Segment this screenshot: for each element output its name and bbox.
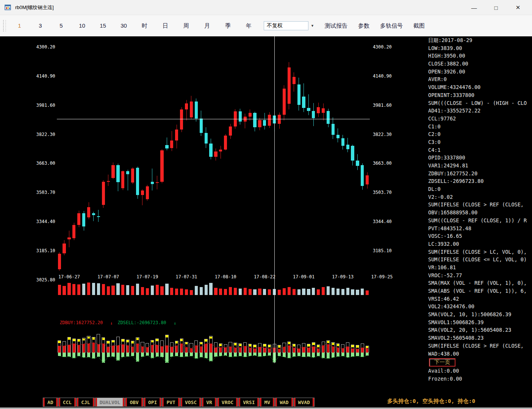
tab-opi[interactable]: OPI: [144, 398, 161, 406]
dualvol-yellow-cap: [151, 340, 153, 342]
title-bar: rb0M[螺纹钢主连] — □ ✕: [0, 0, 532, 15]
dualvol-down-bar: [58, 353, 61, 356]
dualvol-down-bar: [307, 353, 310, 357]
maximize-button[interactable]: □: [485, 0, 507, 15]
chart-canvas[interactable]: 4300.204300.204140.904140.903981.603981.…: [0, 36, 426, 409]
dualvol-red-fill: [127, 345, 129, 352]
tab-wad[interactable]: WAD: [275, 398, 293, 406]
chevron-down-icon[interactable]: ▼: [311, 24, 314, 28]
tab-ccl[interactable]: CCL: [59, 398, 76, 406]
toolbar-action-多轨信号[interactable]: 多轨信号: [380, 22, 403, 30]
dualvol-yellow-cap: [200, 342, 202, 344]
period-button-周[interactable]: 周: [176, 22, 197, 30]
period-button-年[interactable]: 年: [238, 22, 259, 30]
toolbar-action-参数[interactable]: 参数: [358, 22, 369, 30]
tab-obv[interactable]: OBV: [125, 398, 142, 406]
volume-bar: [293, 289, 296, 295]
period-button-季[interactable]: 季: [217, 22, 238, 30]
dualvol-yellow-cap: [180, 339, 183, 341]
info-line: SUM(IFELSE (CLOSE > REF (CLOSE,: [428, 342, 532, 350]
dualvol-down-bar: [263, 353, 266, 356]
minimize-button[interactable]: —: [463, 0, 485, 15]
candle-body: [131, 169, 134, 183]
info-line: SMA(ABS (VOL - REF (VOL, 1)), 6,: [428, 287, 532, 295]
toolbar-action-截图[interactable]: 截图: [413, 22, 425, 30]
dualvol-red-fill: [219, 348, 222, 353]
dualvol-red-fill: [322, 345, 324, 352]
dualvol-red-fill: [195, 345, 197, 353]
volume-bar: [92, 283, 95, 295]
period-button-时[interactable]: 时: [134, 22, 155, 30]
dualvol-red-fill: [224, 348, 227, 353]
candle-body: [332, 124, 335, 135]
next-page-button[interactable]: 下一页: [429, 358, 455, 367]
volume-bar: [341, 289, 344, 295]
dualvol-red-fill: [63, 346, 65, 352]
tab-mv[interactable]: MV: [260, 398, 274, 406]
period-button-3[interactable]: 3: [30, 22, 51, 30]
y-axis-labels: 4300.204300.204140.904140.903981.603981.…: [36, 44, 392, 283]
zdbuy-label: ZDBUY:1627752.20: [60, 320, 103, 325]
dualvol-yellow-cap: [356, 345, 358, 347]
toolbar-action-测试报告[interactable]: 测试报告: [325, 22, 347, 30]
tab-wvad[interactable]: WVAD: [294, 398, 314, 406]
dualvol-red-fill: [107, 347, 109, 353]
dualvol-green-line: [59, 356, 368, 363]
dualvol-red-fill: [307, 348, 310, 352]
info-line: V2:-0.02: [428, 193, 532, 201]
volume-bar: [268, 289, 271, 295]
tab-vroc[interactable]: VROC: [217, 398, 238, 406]
y-axis-label-left: 3344.40: [36, 219, 55, 224]
info-line: VOL2:4324476.00: [428, 303, 532, 311]
tab-ad[interactable]: AD: [43, 398, 58, 406]
dualvol-down-bar: [175, 353, 178, 356]
info-line: LOW:3839.00: [428, 44, 532, 52]
period-button-15[interactable]: 15: [92, 22, 113, 30]
dualvol-red-fill: [68, 345, 70, 353]
dualvol-red-fill: [302, 347, 305, 352]
candle-body: [77, 213, 80, 225]
tab-pvt[interactable]: PVT: [162, 398, 179, 406]
dualvol-down-bar: [288, 353, 291, 358]
adjust-dropdown[interactable]: 不复权: [264, 21, 308, 30]
candle-body: [356, 161, 359, 166]
dualvol-red-fill: [327, 344, 329, 353]
y-axis-label-left: 3663.00: [36, 161, 55, 166]
period-button-30[interactable]: 30: [113, 22, 134, 30]
tab-dualvol[interactable]: DUALVOL: [95, 398, 125, 406]
tab-vrsi[interactable]: VRSI: [239, 398, 259, 406]
dualvol-down-bar: [268, 353, 271, 356]
period-button-1[interactable]: 1: [9, 22, 30, 30]
close-button[interactable]: ✕: [507, 0, 529, 15]
tab-vr[interactable]: VR: [202, 398, 216, 406]
info-line: OPEN:3926.00: [428, 68, 532, 76]
period-button-日[interactable]: 日: [155, 22, 176, 30]
y-axis-label-right: 4140.90: [373, 73, 392, 79]
period-button-月[interactable]: 月: [197, 22, 217, 30]
dualvol-yellow-cap: [263, 344, 266, 346]
dualvol-red-fill: [141, 347, 144, 352]
dualvol-down-bar: [97, 353, 100, 357]
dualvol-red-fill: [166, 345, 168, 352]
candle-body: [312, 111, 315, 118]
period-button-5[interactable]: 5: [51, 22, 72, 30]
dualvol-yellow-cap: [234, 343, 236, 345]
volume-bar: [336, 289, 340, 295]
dualvol-yellow-cap: [317, 345, 319, 347]
zdsell-label: ZDSELL:-2696723.80: [118, 320, 166, 325]
candle-body: [175, 130, 178, 140]
dualvol-red-fill: [78, 345, 80, 352]
dualvol-yellow-cap: [185, 342, 188, 344]
period-button-10[interactable]: 10: [72, 22, 92, 30]
tab-vosc[interactable]: VOSC: [181, 398, 201, 406]
dualvol-down-bar: [297, 353, 300, 356]
info-line: WAD:438.00: [428, 350, 532, 358]
dualvol-yellow-cap: [78, 339, 80, 341]
info-line: C1:0: [428, 123, 532, 131]
candle-body: [126, 171, 129, 175]
volume-bar: [190, 290, 193, 295]
dualvol-down-bar: [72, 353, 75, 358]
tab-cjl[interactable]: CJL: [77, 398, 94, 406]
dualvol-red-fill: [146, 347, 149, 352]
volume-bar: [156, 285, 159, 295]
